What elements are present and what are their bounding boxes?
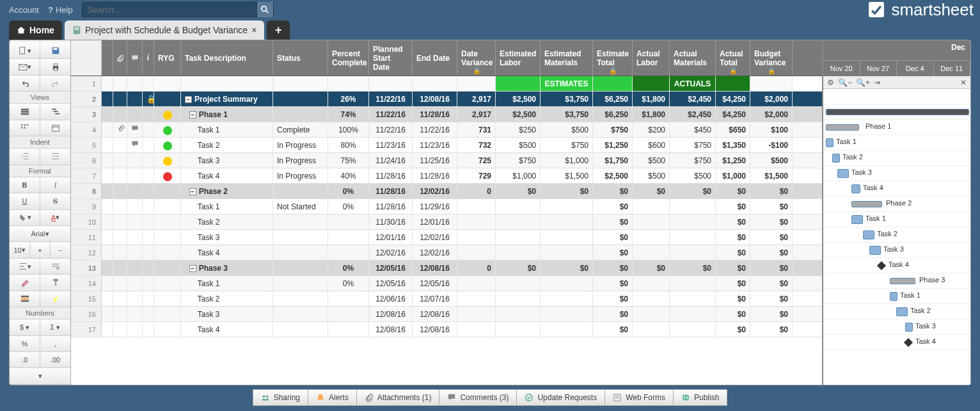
gantt-milestone[interactable] [877, 261, 886, 270]
col-amat[interactable]: Actual Materials [670, 40, 716, 76]
expand-toggle[interactable]: − [189, 188, 196, 195]
grid-row[interactable]: 8 −Phase 2 0% 11/28/16 12/02/16 0 $0 $0 … [71, 184, 822, 199]
grid-view[interactable] [10, 104, 40, 119]
col-pct[interactable]: Percent Complete [328, 40, 369, 76]
sharing-button[interactable]: Sharing [253, 389, 308, 406]
grid-body[interactable]: 1 ESTIMATES ACTUALS 2 🔒 −Project Summary… [71, 76, 822, 385]
bold-button[interactable]: B [10, 177, 40, 193]
gantt-bar[interactable] [851, 184, 860, 193]
col-expand[interactable] [102, 40, 113, 76]
calendar-view[interactable] [40, 120, 70, 136]
col-pstart[interactable]: Planned Start Date [369, 40, 413, 76]
comment-icon[interactable] [131, 125, 139, 133]
gantt-bar[interactable] [826, 109, 969, 115]
alerts-button[interactable]: Alerts [308, 389, 357, 406]
gantt-bar[interactable] [832, 154, 840, 163]
gantt-bar[interactable] [890, 292, 897, 301]
expand-toggle[interactable]: − [189, 265, 196, 272]
gantt-milestone[interactable] [904, 338, 913, 347]
gantt-bar[interactable] [851, 201, 882, 207]
publish-button[interactable]: Publish [674, 389, 727, 406]
grid-row[interactable]: 15 Task 2 12/06/16 12/07/16 $0 $0 $0 [71, 291, 822, 307]
grid-row[interactable]: 2 🔒 −Project Summary 26% 11/22/16 12/08/… [71, 92, 822, 107]
grid-row[interactable]: 6 Task 3 In Progress 75% 11/24/16 11/25/… [71, 153, 822, 168]
gantt-close-icon[interactable]: ✕ [960, 78, 967, 87]
gantt-bar[interactable] [890, 278, 915, 284]
sheet-tab[interactable]: Project with Schedule & Budget Variance … [65, 20, 264, 40]
col-emat[interactable]: Estimated Materials [541, 40, 593, 76]
highlight-button[interactable] [40, 291, 70, 307]
help-link[interactable]: ? Help [48, 5, 73, 15]
indent-button[interactable] [40, 149, 70, 164]
gantt-body[interactable]: Project SuPhase 1Task 1Task 2Task 3Task … [823, 89, 970, 385]
home-tab[interactable]: Home [9, 20, 62, 40]
col-info[interactable]: i [143, 40, 154, 76]
gantt-bar[interactable] [837, 169, 849, 178]
expand-toggle[interactable]: − [185, 96, 192, 103]
gantt-zoomout-icon[interactable]: 🔍− [838, 78, 852, 87]
close-tab-icon[interactable]: × [251, 25, 257, 35]
col-ryg[interactable]: RYG [154, 40, 181, 76]
card-view[interactable] [10, 120, 40, 136]
comment-icon[interactable] [131, 140, 139, 148]
attachment-icon[interactable] [117, 125, 125, 133]
grid-row[interactable]: 3 −Phase 1 74% 11/22/16 11/28/16 2,917 $… [71, 107, 822, 122]
mail-dropdown[interactable]: ▾ [10, 59, 40, 74]
col-status[interactable]: Status [273, 40, 328, 76]
fontsize-up[interactable]: + [30, 242, 51, 257]
grid-row[interactable]: 11 Task 3 12/01/16 12/02/16 $0 $0 $0 [71, 230, 822, 245]
gantt-view[interactable] [40, 104, 70, 119]
strike-button[interactable]: S [40, 193, 70, 209]
col-comment[interactable] [127, 40, 143, 76]
expand-toggle[interactable]: − [189, 111, 196, 118]
col-etot[interactable]: Estimate Total🔒 [593, 40, 633, 76]
add-tab[interactable]: + [267, 20, 290, 40]
italic-button[interactable]: I [40, 177, 70, 193]
conditional-format-button[interactable] [10, 291, 40, 307]
font-select[interactable]: Arial ▾ [10, 226, 70, 241]
gantt-bar[interactable] [851, 215, 863, 224]
grid-row[interactable]: 1 ESTIMATES ACTUALS [71, 76, 822, 92]
fillcolor-button[interactable]: ▾ [10, 210, 40, 225]
col-dvar[interactable]: Date Variance🔒 [457, 40, 496, 76]
grid-row[interactable]: 9 Task 1 Not Started 0% 11/28/16 11/29/1… [71, 199, 822, 214]
percent-button[interactable]: % [10, 336, 40, 351]
col-atot[interactable]: Actual Total🔒 [716, 40, 750, 76]
outdent-button[interactable] [10, 149, 40, 164]
grid-row[interactable]: 17 Task 4 12/08/16 12/08/16 $0 $0 $0 [71, 322, 822, 337]
grid-row[interactable]: 13 −Phase 3 0% 12/05/16 12/08/16 0 $0 $0… [71, 261, 822, 276]
col-bvar[interactable]: Budget Variance🔒 [750, 40, 793, 76]
fontsize-select[interactable]: 10 ▾ [10, 242, 30, 257]
decimal-dec-button[interactable]: .0 [10, 352, 40, 367]
undo-button[interactable] [10, 76, 40, 91]
col-elab[interactable]: Estimated Labor [496, 40, 541, 76]
gantt-settings-icon[interactable]: ⚙ [827, 78, 834, 87]
currency-button[interactable]: $ ▾ [10, 319, 40, 335]
update-requests-button[interactable]: Update Requests [517, 389, 605, 406]
gantt-week[interactable]: Nov 20 [823, 61, 860, 76]
gantt-bar[interactable] [826, 138, 834, 147]
gantt-bar[interactable] [869, 246, 881, 255]
grid-row[interactable]: 14 Task 1 0% 12/05/16 12/05/16 $0 $0 $0 [71, 276, 822, 291]
search-button[interactable] [257, 2, 273, 17]
col-attach[interactable] [113, 40, 127, 76]
attachments-button[interactable]: Attachments (1) [357, 389, 440, 406]
col-task[interactable]: Task Description [181, 40, 273, 76]
align-button[interactable]: ▾ [10, 259, 40, 274]
print-button[interactable] [40, 59, 70, 74]
gantt-bar[interactable] [896, 307, 908, 316]
webforms-button[interactable]: Web Forms [605, 389, 674, 406]
wrap-button[interactable] [40, 259, 70, 274]
fontsize-down[interactable]: − [51, 242, 70, 257]
grid-row[interactable]: 10 Task 2 11/30/16 12/01/16 $0 $0 $0 [71, 214, 822, 230]
grid-row[interactable]: 12 Task 4 12/02/16 12/02/16 $0 $0 $0 [71, 245, 822, 261]
clear-format-button[interactable] [10, 275, 40, 290]
gantt-today-icon[interactable]: ⇥ [874, 78, 880, 87]
underline-button[interactable]: U [10, 193, 40, 209]
gantt-bar[interactable] [905, 323, 913, 332]
decimal-inc-button[interactable]: .00 [40, 352, 70, 367]
gantt-week[interactable]: Dec 4 [897, 61, 934, 76]
search-input[interactable] [83, 5, 257, 15]
gantt-bar[interactable] [863, 230, 874, 239]
grid-row[interactable]: 5 Task 2 In Progress 80% 11/23/16 11/23/… [71, 138, 822, 153]
